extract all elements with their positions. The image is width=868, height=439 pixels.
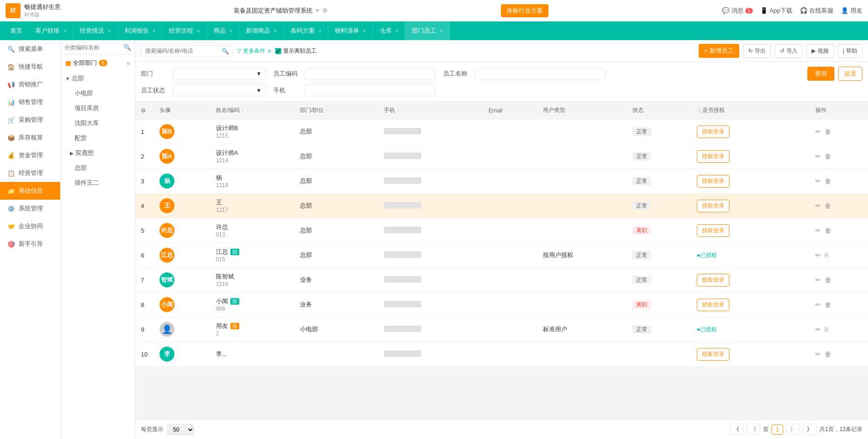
sidebar-item-collab[interactable]: 🤝 企业协同 bbox=[0, 217, 60, 235]
add-employee-button[interactable]: + 新增员工 bbox=[699, 44, 739, 58]
auth-button[interactable]: 授权登录 bbox=[697, 299, 729, 311]
employee-name-input[interactable] bbox=[475, 68, 605, 80]
edit-icon[interactable]: ✏ bbox=[815, 227, 821, 234]
auth-button[interactable]: 授权登录 bbox=[697, 125, 729, 138]
tab-history[interactable]: 经营历程× bbox=[162, 21, 207, 40]
delete-icon[interactable]: 🗑 bbox=[825, 350, 831, 358]
help-button[interactable]: | 帮助 bbox=[838, 44, 862, 58]
view-button[interactable]: ▶ 视频 bbox=[806, 44, 834, 58]
message-button[interactable]: 💬 消息 5 bbox=[722, 7, 753, 15]
delete-icon[interactable]: 🗑 bbox=[825, 227, 831, 234]
phone-input[interactable] bbox=[305, 84, 436, 97]
sidebar-item-purchase[interactable]: 🛒 采购管理 bbox=[0, 111, 60, 129]
settings-icon[interactable]: ⚙ bbox=[322, 7, 328, 14]
delete-icon[interactable]: 🗑 bbox=[825, 301, 831, 308]
search-icon[interactable]: 🔍 bbox=[222, 48, 229, 55]
tab-home[interactable]: 首页 bbox=[4, 21, 29, 40]
tab-operations[interactable]: 经营情况× bbox=[73, 21, 118, 40]
close-icon[interactable]: × bbox=[440, 28, 443, 34]
tree-group-shuanglu[interactable]: ▶ 双鹿想 bbox=[65, 146, 135, 160]
delete-icon[interactable]: 🗑 bbox=[825, 128, 831, 135]
tree-search-icon[interactable]: 🔍 bbox=[124, 44, 131, 51]
tab-new-goods[interactable]: 新增商品× bbox=[239, 21, 284, 40]
copy-icon[interactable]: ⎘ bbox=[825, 251, 828, 259]
close-icon[interactable]: × bbox=[63, 28, 66, 34]
per-page-select[interactable]: 50 100 200 bbox=[167, 424, 194, 435]
edit-icon[interactable]: ✏ bbox=[815, 276, 821, 284]
more-conditions-button[interactable]: ▽ 更多条件 ∧ bbox=[237, 47, 271, 55]
current-page[interactable]: 1 bbox=[771, 425, 783, 435]
tab-warehouse[interactable]: 仓库× bbox=[373, 21, 405, 40]
edit-icon[interactable]: ✏ bbox=[815, 202, 821, 209]
close-icon[interactable]: × bbox=[153, 28, 155, 34]
auth-button[interactable]: 授权登录 bbox=[697, 348, 729, 361]
delete-icon[interactable]: 🗑 bbox=[825, 276, 831, 284]
show-resigned-checkbox[interactable]: 显示离职员工 bbox=[275, 47, 317, 55]
status-select[interactable]: ▼ bbox=[173, 84, 266, 97]
search-input[interactable] bbox=[145, 48, 220, 54]
edit-icon[interactable]: ✏ bbox=[815, 128, 821, 135]
collapse-tree-button[interactable]: « bbox=[126, 59, 130, 67]
auth-button[interactable]: 授权登录 bbox=[697, 150, 729, 163]
col-name[interactable]: 姓名/编码 ↕ bbox=[210, 102, 294, 119]
tree-item-hq[interactable]: 总部 bbox=[65, 160, 135, 175]
sidebar-item-finance[interactable]: 💰 资金管理 bbox=[0, 146, 60, 164]
close-icon[interactable]: × bbox=[197, 28, 200, 34]
close-icon[interactable]: × bbox=[363, 28, 366, 34]
edit-icon[interactable]: ✏ bbox=[815, 326, 821, 333]
user-avatar[interactable]: 👤 用友 bbox=[841, 7, 862, 15]
auth-button[interactable]: 授权登录 bbox=[697, 200, 729, 212]
first-page-button[interactable]: 《 bbox=[729, 424, 743, 435]
tab-barcode[interactable]: 条码方案× bbox=[284, 21, 328, 40]
tab-bom[interactable]: 物料清单× bbox=[328, 21, 373, 40]
sidebar-item-marketing[interactable]: 📢 营销推广 bbox=[0, 76, 60, 93]
auth-button[interactable]: 授权登录 bbox=[697, 274, 729, 286]
export-button[interactable]: ↻ 导出 bbox=[743, 44, 771, 58]
tab-goods[interactable]: 商品× bbox=[207, 21, 239, 40]
sidebar-item-basic[interactable]: 📁 基础信息 bbox=[0, 182, 60, 200]
tab-customer[interactable]: 客户联络× bbox=[29, 21, 73, 40]
sidebar-item-management[interactable]: 📋 经营管理 bbox=[0, 164, 60, 182]
tree-item-electronics[interactable]: 小电部 bbox=[65, 86, 135, 101]
sidebar-item-sales[interactable]: 📊 销售管理 bbox=[0, 93, 60, 111]
prev-page-button[interactable]: 〈 bbox=[746, 424, 760, 435]
sidebar-item-search[interactable]: 🔍 搜索菜单 bbox=[0, 40, 60, 58]
tree-item-distribution[interactable]: 配货 bbox=[65, 131, 135, 146]
edit-icon[interactable]: ✏ bbox=[815, 177, 821, 185]
tree-all-dept-label[interactable]: 全部部门 bbox=[73, 59, 97, 67]
sidebar-item-system[interactable]: ⚙️ 系统管理 bbox=[0, 200, 60, 217]
tree-search-input[interactable] bbox=[64, 44, 122, 51]
col-dept[interactable]: 部门/职位 ↕ bbox=[294, 102, 378, 119]
col-phone[interactable]: 手机 ↕ bbox=[378, 102, 483, 119]
online-service-button[interactable]: 🎧 在线客服 bbox=[800, 7, 833, 15]
edit-icon[interactable]: ✏ bbox=[815, 251, 821, 259]
col-settings[interactable]: ⚙ bbox=[135, 102, 154, 119]
next-page-button[interactable]: 〉 bbox=[786, 424, 800, 435]
app-download-button[interactable]: 📱 App下载 bbox=[760, 7, 792, 15]
close-icon[interactable]: × bbox=[274, 28, 277, 34]
close-icon[interactable]: × bbox=[108, 28, 111, 34]
search-button[interactable]: 查询 bbox=[807, 67, 834, 81]
auth-button[interactable]: 授权登录 bbox=[697, 175, 729, 188]
auth-button[interactable]: 授权登录 bbox=[697, 224, 729, 237]
copy-icon[interactable]: ⎘ bbox=[825, 326, 828, 333]
delete-icon[interactable]: 🗑 bbox=[825, 202, 831, 209]
edit-icon[interactable]: ✏ bbox=[815, 301, 821, 308]
last-page-button[interactable]: 》 bbox=[803, 424, 817, 435]
close-icon[interactable]: × bbox=[229, 28, 232, 34]
tab-profit[interactable]: 利润报告× bbox=[118, 21, 162, 40]
tree-group-headquarters[interactable]: ▼ 总部 bbox=[61, 71, 135, 86]
sidebar-item-inventory[interactable]: 📦 库存核算 bbox=[0, 129, 60, 146]
employee-code-input[interactable] bbox=[305, 68, 436, 80]
tab-department[interactable]: 部门员工× bbox=[405, 21, 450, 40]
tree-item-shenyang[interactable]: 沈阳大库 bbox=[65, 116, 135, 131]
edit-icon[interactable]: ✏ bbox=[815, 153, 821, 160]
trial-button[interactable]: 体验行业方案 bbox=[501, 4, 549, 17]
dept-select[interactable]: ▼ bbox=[173, 68, 266, 80]
import-button[interactable]: ↺ 导入 bbox=[775, 44, 803, 58]
close-icon[interactable]: × bbox=[396, 28, 398, 34]
delete-icon[interactable]: 🗑 bbox=[825, 153, 831, 160]
edit-icon[interactable]: ✏ bbox=[815, 350, 821, 358]
sidebar-item-nav[interactable]: 🏠 快捷导航 bbox=[0, 58, 60, 76]
set-button[interactable]: 设置 bbox=[838, 67, 862, 81]
